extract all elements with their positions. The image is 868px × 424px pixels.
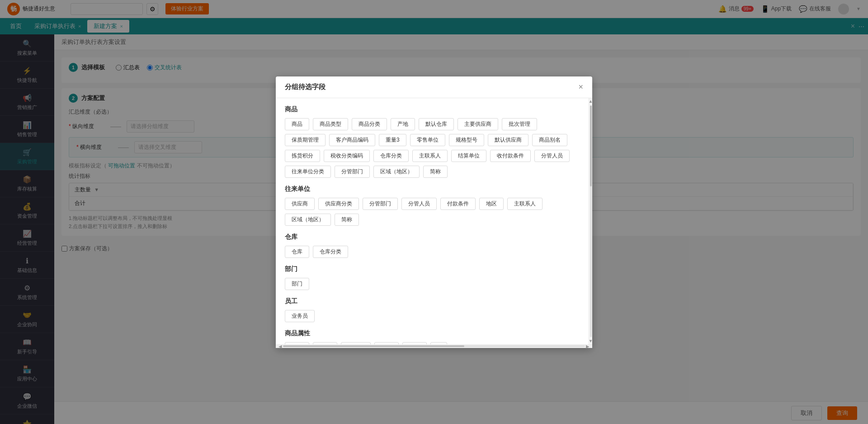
field-group-partner: 往来单位 供应商 供应商分类 分管部门 分管人员 付款条件 地区 主联系人 区域…	[285, 185, 580, 226]
field-tag[interactable]: 地区	[479, 198, 504, 210]
field-tag[interactable]: 仓库	[285, 246, 309, 258]
department-field-tags: 部门	[285, 278, 580, 290]
field-tag[interactable]: 商品类型	[313, 118, 348, 130]
field-tag[interactable]: 主联系人	[412, 150, 448, 162]
field-group-product-title: 商品	[285, 105, 580, 114]
modal-close-button[interactable]: ×	[578, 83, 583, 91]
field-group-product: 商品 商品 商品类型 商品分类 产地 默认仓库 主要供应商 批次管理 保质期管理…	[285, 105, 580, 178]
field-group-warehouse: 仓库 仓库 仓库分类	[285, 233, 580, 258]
field-tag[interactable]: 区域（地区）	[373, 166, 420, 178]
field-group-department: 部门 部门	[285, 265, 580, 290]
field-tag[interactable]: 拣货积分	[285, 150, 320, 162]
modal-body: 商品 商品 商品类型 商品分类 产地 默认仓库 主要供应商 批次管理 保质期管理…	[276, 98, 589, 344]
field-tag[interactable]: 客户商品编码	[329, 134, 375, 146]
field-tag[interactable]: 分管部门	[363, 198, 398, 210]
field-tag[interactable]: 重量3	[379, 134, 406, 146]
field-tag[interactable]: 分管人员	[401, 198, 437, 210]
field-tag[interactable]: 税收分类编码	[324, 150, 370, 162]
field-tag[interactable]: 收付款条件	[490, 150, 531, 162]
field-tag[interactable]: 主联系人	[507, 198, 542, 210]
field-tag[interactable]: 默认仓库	[419, 118, 454, 130]
field-tag[interactable]: 付款条件	[440, 198, 476, 210]
field-tag[interactable]: 区域（地区）	[285, 214, 331, 226]
field-group-product-attr-title: 商品属性	[285, 329, 580, 338]
field-group-employee-title: 员工	[285, 297, 580, 305]
field-tag[interactable]: 商品分类	[352, 118, 387, 130]
field-tag[interactable]: 结算单位	[451, 150, 486, 162]
field-tag[interactable]: 业务员	[285, 310, 315, 322]
field-tag[interactable]: 仓库分类	[313, 246, 348, 258]
modal-overlay: 分组待选字段 × 商品 商品 商品类型 商品分类 产地 默认仓库 主要供应商 批…	[0, 0, 868, 424]
field-tag[interactable]: 规格型号	[449, 134, 484, 146]
scroll-down-arrow[interactable]: ▼	[589, 339, 592, 343]
field-tag[interactable]: 零售单位	[410, 134, 445, 146]
field-tag[interactable]: 仓库分类	[373, 150, 409, 162]
modal-right-scrollbar: ▲ ▼	[589, 98, 592, 344]
field-tag[interactable]: 默认供应商	[488, 134, 528, 146]
field-group-partner-title: 往来单位	[285, 185, 580, 193]
scrollbar-track-h[interactable]	[283, 345, 585, 347]
modal-dialog: 分组待选字段 × 商品 商品 商品类型 商品分类 产地 默认仓库 主要供应商 批…	[276, 76, 592, 348]
scroll-track-vertical[interactable]	[590, 105, 592, 337]
field-group-department-title: 部门	[285, 265, 580, 273]
partner-field-tags: 供应商 供应商分类 分管部门 分管人员 付款条件 地区 主联系人 区域（地区） …	[285, 198, 580, 226]
field-tag[interactable]: 往来单位分类	[285, 166, 331, 178]
field-group-warehouse-title: 仓库	[285, 233, 580, 241]
scrollbar-right-arrow[interactable]: ▶	[585, 343, 590, 349]
field-tag[interactable]: 供应商分类	[318, 198, 359, 210]
scrollbar-left-arrow[interactable]: ◀	[278, 343, 283, 349]
scroll-thumb-vertical[interactable]	[590, 105, 592, 186]
warehouse-field-tags: 仓库 仓库分类	[285, 246, 580, 258]
field-tag[interactable]: 简称	[423, 166, 448, 178]
field-tag[interactable]: 商品别名	[532, 134, 567, 146]
field-tag[interactable]: 部门	[285, 278, 309, 290]
modal-bottom-scrollbar: ◀ ▶	[276, 344, 592, 348]
employee-field-tags: 业务员	[285, 310, 580, 322]
field-group-product-attr: 商品属性 属性 颜色 多规格 尺码 鞋码 1	[285, 329, 580, 344]
field-tag[interactable]: 分管部门	[335, 166, 370, 178]
field-tag[interactable]: 分管人员	[534, 150, 570, 162]
scroll-up-arrow[interactable]: ▲	[589, 99, 592, 104]
product-field-tags: 商品 商品类型 商品分类 产地 默认仓库 主要供应商 批次管理 保质期管理 客户…	[285, 118, 580, 178]
field-tag[interactable]: 商品	[285, 118, 309, 130]
scrollbar-thumb-h[interactable]	[283, 345, 464, 347]
field-tag[interactable]: 供应商	[285, 198, 315, 210]
field-tag[interactable]: 简称	[335, 214, 359, 226]
field-group-employee: 员工 业务员	[285, 297, 580, 322]
modal-header: 分组待选字段 ×	[276, 76, 592, 98]
modal-title: 分组待选字段	[285, 83, 326, 91]
field-tag[interactable]: 主要供应商	[458, 118, 498, 130]
field-tag[interactable]: 产地	[391, 118, 415, 130]
field-tag[interactable]: 保质期管理	[285, 134, 326, 146]
field-tag[interactable]: 批次管理	[502, 118, 537, 130]
